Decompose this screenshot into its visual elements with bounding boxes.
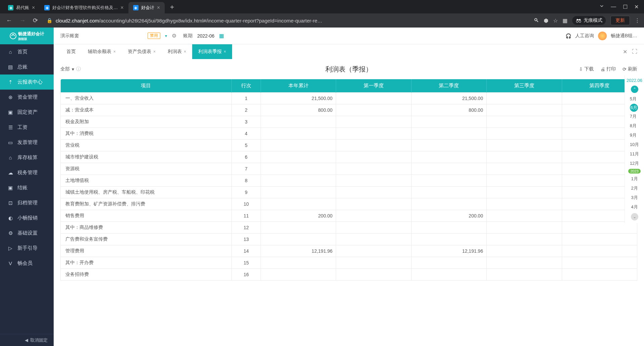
page-tab[interactable]: 首页 xyxy=(60,44,82,59)
sidebar-item[interactable]: ☰工资 xyxy=(0,120,54,135)
puzzle-icon[interactable]: ▦ xyxy=(562,17,568,24)
maximize-icon[interactable]: ☐ xyxy=(623,4,628,10)
sidebar-item[interactable]: ▣固定资产 xyxy=(0,105,54,120)
month-item[interactable]: 8月 xyxy=(630,121,639,131)
sidebar-item[interactable]: ▤总账 xyxy=(0,59,54,75)
back-button[interactable]: ← xyxy=(4,16,14,26)
filter-dropdown[interactable]: 全部▾ ⓘ xyxy=(60,66,81,72)
browser-tab[interactable]: ◈好会计× xyxy=(128,2,165,13)
table-row[interactable]: 营业税5 xyxy=(61,140,637,151)
table-row[interactable]: 管理费用1412,191.9612,191.96 xyxy=(61,245,637,257)
month-rail-down[interactable]: ⌄ xyxy=(631,213,638,220)
month-item[interactable]: 4月 xyxy=(631,202,638,212)
sidebar-item[interactable]: ☁税务管理 xyxy=(0,165,54,180)
close-icon[interactable]: × xyxy=(224,49,226,54)
sidebar-item[interactable]: ⌂库存核算 xyxy=(0,150,54,165)
close-icon[interactable]: × xyxy=(153,49,156,54)
download-button[interactable]: ⇩ 下载 xyxy=(579,66,594,72)
disable-badge[interactable]: 禁用 xyxy=(148,33,160,39)
account-selector[interactable]: 演示账套 xyxy=(60,33,79,39)
period-value[interactable]: 2022-06 xyxy=(197,33,214,39)
page-tab[interactable]: 利润表× xyxy=(162,44,192,59)
close-icon[interactable]: × xyxy=(157,5,160,11)
sidebar-item[interactable]: ▣结账 xyxy=(0,180,54,195)
sidebar-item[interactable]: V畅会员 xyxy=(0,256,54,271)
incognito-indicator[interactable]: 无痕模式 xyxy=(572,16,606,25)
close-icon[interactable]: ✕ xyxy=(634,4,639,10)
browser-tab[interactable]: ◈易代账× xyxy=(3,2,40,13)
table-row[interactable]: 销售费用11200.00200.00 xyxy=(61,210,637,222)
refresh-button[interactable]: ⟳ 刷新 xyxy=(623,66,637,72)
sidebar-item[interactable]: ⇡云报表中心 xyxy=(0,75,54,90)
month-item[interactable]: 12月 xyxy=(630,159,639,168)
table-row[interactable]: 资源税7 xyxy=(61,163,637,175)
fullscreen-icon[interactable]: ⛶ xyxy=(632,49,637,55)
print-button[interactable]: 🖨 打印 xyxy=(600,66,616,72)
month-item[interactable]: 6月 xyxy=(630,104,638,112)
month-item[interactable]: 5月 xyxy=(630,94,639,104)
close-icon[interactable]: × xyxy=(113,49,116,54)
month-rail-up[interactable]: ⌃ xyxy=(631,86,638,93)
page-tab[interactable]: 辅助余额表× xyxy=(82,44,122,59)
minimize-icon[interactable]: — xyxy=(611,4,616,10)
support-link[interactable]: 人工咨询 xyxy=(575,33,594,39)
new-tab-button[interactable]: ＋ xyxy=(165,2,179,11)
sidebar-item[interactable]: ▭发票管理 xyxy=(0,135,54,150)
update-button[interactable]: 更新 xyxy=(610,16,630,25)
cell xyxy=(411,222,486,234)
reload-button[interactable]: ⟳ xyxy=(31,15,40,26)
month-item[interactable]: 9月 xyxy=(630,131,639,140)
forward-button[interactable]: → xyxy=(17,16,28,26)
table-row[interactable]: 城市维护建设税6 xyxy=(61,151,637,163)
month-item[interactable]: 7月 xyxy=(630,112,639,121)
table-row[interactable]: 其中：商品维修费12 xyxy=(61,222,637,234)
table-row[interactable]: 其中：开办费15 xyxy=(61,257,637,269)
sidebar-item[interactable]: ⚙基础设置 xyxy=(0,226,54,241)
sidebar-collapse[interactable]: ◀ 取消固定 xyxy=(0,334,54,346)
table-row[interactable]: 税金及附加3 xyxy=(61,116,637,128)
close-all-tabs[interactable]: ✕ xyxy=(623,49,627,55)
table-row[interactable]: 教育费附加、矿产资源补偿费、排污费10 xyxy=(61,198,637,210)
table-wrap[interactable]: 项目行次本年累计第一季度第二季度第三季度第四季度 一、营业收入121,500.0… xyxy=(60,79,637,346)
table-row[interactable]: 土地增值税8 xyxy=(61,175,637,187)
month-item[interactable]: 11月 xyxy=(630,149,639,159)
help-icon[interactable]: ⓘ xyxy=(76,66,81,72)
star-icon[interactable]: ☆ xyxy=(553,17,558,24)
month-item[interactable]: 2月 xyxy=(631,184,638,193)
month-item[interactable]: 10月 xyxy=(630,140,639,149)
table-row[interactable]: 城镇土地使用税、房产税、车船税、印花税9 xyxy=(61,187,637,198)
cell: 11 xyxy=(231,210,261,222)
cell: 3 xyxy=(231,116,261,128)
chevron-down-icon[interactable]: ▾ xyxy=(165,34,167,38)
cell xyxy=(487,175,562,187)
gear-icon[interactable]: ⚙ xyxy=(172,33,176,39)
extension-icon[interactable]: ⬢ xyxy=(544,17,548,24)
chevron-down-icon[interactable] xyxy=(599,4,604,10)
table-row[interactable]: 广告费和业务宣传费13 xyxy=(61,234,637,245)
sidebar-item[interactable]: ⊛资金管理 xyxy=(0,90,54,105)
close-icon[interactable]: × xyxy=(120,5,123,11)
sidebar-item[interactable]: ⊡归档管理 xyxy=(0,195,54,210)
table-row[interactable]: 减：营业成本2800.00800.00 xyxy=(61,104,637,116)
close-icon[interactable]: × xyxy=(184,49,186,54)
menu-icon[interactable]: ⋮ xyxy=(635,17,640,24)
table-row[interactable]: 业务招待费16 xyxy=(61,269,637,281)
avatar[interactable] xyxy=(598,32,607,40)
month-item[interactable]: 3月 xyxy=(631,193,638,202)
address-bar[interactable]: 🔒 cloud2.chanjet.com/accounting/uh26t264… xyxy=(43,18,530,23)
close-icon[interactable]: × xyxy=(32,5,35,11)
user-name[interactable]: 畅捷通B组… xyxy=(611,33,637,39)
cell xyxy=(411,116,486,128)
table-row[interactable]: 其中：消费税4 xyxy=(61,128,637,140)
sidebar-item[interactable]: ◐小畅报销 xyxy=(0,210,54,226)
app-logo[interactable]: 畅捷通好会计旗舰版 xyxy=(0,28,54,44)
sidebar-item[interactable]: ▷新手引导 xyxy=(0,241,54,256)
month-item[interactable]: 1月 xyxy=(631,174,638,184)
page-tab[interactable]: 资产负债表× xyxy=(122,44,162,59)
table-row[interactable]: 一、营业收入121,500.0021,500.00 xyxy=(61,93,637,104)
search-icon[interactable]: 🔍︎ xyxy=(534,17,539,23)
calendar-icon[interactable]: ▦ xyxy=(219,33,224,39)
browser-tab[interactable]: ◈好会计财务管理软件购买价格及…× xyxy=(40,2,128,13)
sidebar-item[interactable]: ⌂首页 xyxy=(0,44,54,59)
page-tab[interactable]: 利润表季报× xyxy=(192,44,232,59)
